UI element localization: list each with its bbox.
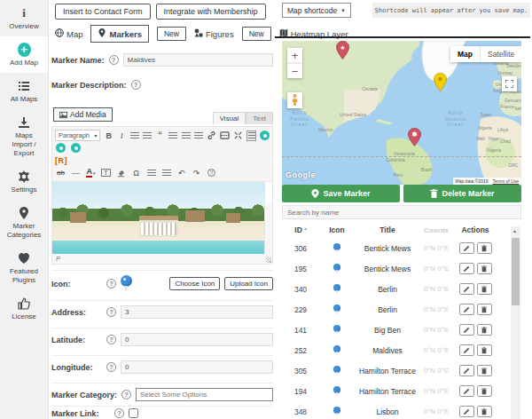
tab-visual[interactable]: Visual [213, 112, 246, 124]
marker-circle[interactable] [408, 128, 421, 146]
marker-star[interactable]: ★ [336, 41, 349, 59]
save-marker-button[interactable]: Save Marker [282, 185, 400, 202]
map-type-satellite-button[interactable]: Satellite [480, 46, 521, 62]
edit-button[interactable] [459, 283, 474, 295]
edit-button[interactable] [459, 344, 474, 356]
add-media-button[interactable]: Add Media [53, 107, 113, 122]
insert-to-contact-form-button[interactable]: Insert to Contact Form [55, 4, 151, 20]
sidebar-item-overview[interactable]: iOverview [0, 0, 48, 36]
delete-button[interactable] [477, 283, 492, 295]
edit-button[interactable] [459, 365, 474, 376]
longitude-input[interactable] [121, 360, 273, 374]
map-plugin-icon[interactable] [55, 143, 66, 154]
edit-button[interactable] [459, 385, 474, 397]
help-icon[interactable]: ? [106, 279, 116, 289]
sidebar-item-featured-plugins[interactable]: Featured Plugins [0, 245, 48, 290]
street-view-pegman[interactable] [287, 92, 302, 108]
marker-link-checkbox[interactable] [129, 408, 138, 418]
sidebar-item-maps-import-export[interactable]: Maps Import / Export [0, 109, 48, 163]
choose-icon-button[interactable]: Choose Icon [169, 277, 220, 290]
editor-scrollbar[interactable]: ▼ [264, 203, 272, 260]
tab-text[interactable]: Text [246, 112, 273, 124]
map-plugin-icon[interactable] [70, 143, 82, 154]
toolbar-toggle-icon[interactable] [246, 130, 256, 141]
hr-icon[interactable]: — [70, 168, 82, 178]
terms-of-use-link[interactable]: Terms of Use [493, 178, 519, 184]
delete-button[interactable] [477, 304, 492, 315]
column-header-title[interactable]: Title [356, 225, 419, 234]
align-right-icon[interactable] [194, 130, 203, 141]
delete-marker-button[interactable]: Delete Marker [403, 185, 521, 202]
numbered-list-icon[interactable] [143, 130, 152, 141]
editor-content[interactable]: ▼ [52, 182, 272, 260]
address-input[interactable] [121, 305, 273, 319]
tab-markers[interactable]: Markers [90, 25, 148, 43]
new-badge[interactable]: New [157, 27, 186, 41]
edit-button[interactable] [459, 242, 474, 254]
help-icon[interactable]: ? [206, 168, 217, 178]
editor-resize-handle[interactable] [266, 257, 271, 263]
text-color-icon[interactable]: A▾ [85, 168, 97, 178]
indent-icon[interactable] [160, 168, 172, 178]
align-left-icon[interactable] [168, 130, 177, 141]
new-badge[interactable]: New [242, 27, 271, 41]
latitude-input[interactable] [121, 333, 273, 346]
bullet-list-icon[interactable] [129, 130, 138, 141]
upload-icon-button[interactable]: Upload Icon [224, 277, 273, 290]
delete-button[interactable] [477, 263, 492, 274]
column-header-coords[interactable]: Coords [419, 226, 454, 234]
help-icon[interactable]: ? [106, 362, 116, 372]
zoom-in-button[interactable]: + [287, 48, 302, 63]
special-char-icon[interactable]: Ω [130, 168, 142, 178]
marker-category-input[interactable] [136, 388, 273, 401]
integrate-with-membership-button[interactable]: Integrate with Membership [156, 4, 266, 20]
outdent-icon[interactable] [145, 168, 157, 178]
help-icon[interactable]: ? [106, 335, 116, 344]
map-type-map-button[interactable]: Map [450, 46, 480, 62]
r-shortcode-button[interactable]: [R] [55, 156, 67, 165]
edit-button[interactable] [459, 324, 474, 336]
strikethrough-icon[interactable]: ab [55, 168, 66, 178]
help-icon[interactable]: ? [109, 55, 119, 65]
paragraph-select[interactable]: Paragraph▾ [55, 130, 100, 141]
search-by-name-input[interactable] [282, 205, 521, 219]
delete-button[interactable] [477, 324, 492, 336]
bold-icon[interactable]: B [104, 130, 113, 141]
delete-button[interactable] [477, 365, 492, 376]
map-preview[interactable]: North Pacific OceanNorth Atlantic OceanC… [282, 41, 521, 185]
column-header-actions[interactable]: Actions [454, 225, 497, 234]
delete-button[interactable] [477, 242, 492, 254]
help-icon[interactable]: ? [106, 307, 116, 317]
help-icon[interactable]: ? [114, 408, 124, 418]
sidebar-item-all-maps[interactable]: All Maps [0, 73, 48, 109]
fullscreen-button[interactable] [502, 76, 517, 91]
blockquote-icon[interactable]: “ [155, 130, 164, 141]
map-plugin-icon[interactable] [260, 130, 270, 141]
zoom-out-button[interactable]: − [287, 63, 302, 78]
sidebar-item-settings[interactable]: Settings [0, 163, 48, 200]
sidebar-item-add-map[interactable]: +Add Map [0, 36, 48, 73]
marker-name-input[interactable] [123, 53, 273, 67]
tab-map[interactable]: Map [55, 28, 82, 39]
edit-button[interactable] [459, 406, 474, 417]
column-header-id[interactable]: ID ▴ [284, 225, 317, 234]
clear-format-icon[interactable] [115, 168, 127, 178]
delete-button[interactable] [477, 385, 492, 397]
table-scrollbar[interactable]: ▲ [511, 226, 520, 419]
marker-yellow[interactable] [434, 73, 447, 91]
more-tag-icon[interactable] [220, 130, 230, 141]
align-center-icon[interactable] [181, 130, 190, 141]
distraction-free-icon[interactable] [233, 130, 243, 141]
link-icon[interactable] [207, 130, 216, 141]
help-icon[interactable]: ? [131, 80, 141, 90]
column-header-icon[interactable]: Icon [317, 225, 356, 234]
scrollbar-thumb[interactable] [512, 238, 520, 305]
redo-icon[interactable]: ↷ [191, 168, 202, 178]
undo-icon[interactable]: ↶ [176, 168, 187, 178]
sidebar-item-marker-categories[interactable]: Marker Categories [0, 200, 48, 245]
edit-button[interactable] [459, 304, 474, 315]
edit-button[interactable] [459, 263, 474, 274]
tab-figures[interactable]: Figures [194, 28, 234, 39]
sidebar-item-license[interactable]: License [0, 290, 48, 327]
map-shortcode-select[interactable]: Map shortcode ▼ [282, 3, 351, 18]
